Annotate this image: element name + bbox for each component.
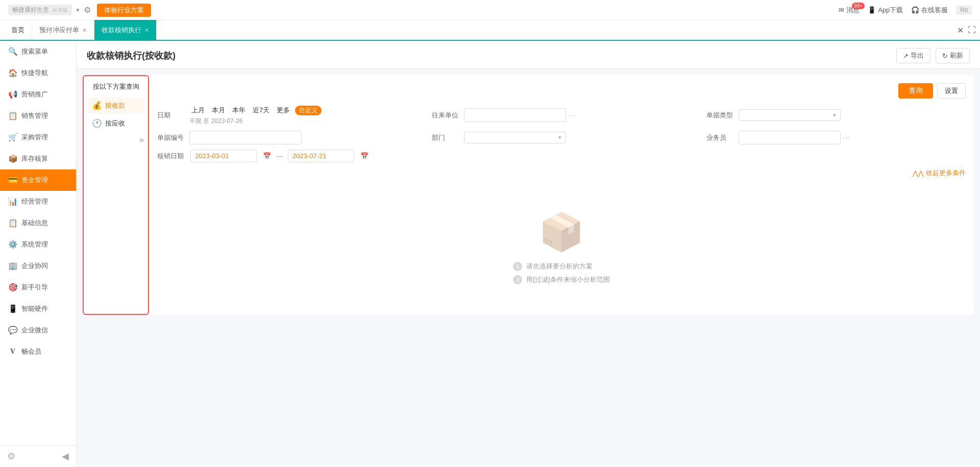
more-conditions-area: ⋀⋀ 收起更多条件 [157, 168, 966, 180]
sidebar-item-smart-hw[interactable]: 📱 智能硬件 [0, 298, 76, 319]
user-avatar[interactable]: Rit [956, 6, 972, 15]
sidebar-item-system[interactable]: ⚙️ 系统管理 [0, 234, 76, 255]
query-by-receipt-item[interactable]: 💰 按收款 [88, 97, 144, 113]
tab-expand-button[interactable]: ⛶ [968, 26, 976, 35]
sidebar-item-label: 营销推广 [21, 90, 48, 99]
dept-select[interactable]: ▾ [464, 132, 566, 143]
tab-close-all-button[interactable]: ✕ [957, 26, 964, 35]
date-last-month-btn[interactable]: 上月 [189, 105, 207, 116]
query-by-receipt-label: 按收款 [105, 101, 125, 110]
dept-label: 部门 [432, 133, 460, 142]
doc-type-select[interactable]: ▾ [739, 109, 841, 121]
partner-label: 往来单位 [432, 111, 460, 120]
tab-prepay[interactable]: 预付冲应付单 ✕ [32, 20, 94, 40]
sidebar-bottom: ⚙ ◀ [0, 445, 76, 467]
sidebar-item-label: 新手引导 [21, 283, 48, 292]
partner-input-wrap: ··· [464, 108, 575, 122]
headset-icon: 🎧 [911, 6, 919, 14]
tab-home[interactable]: 首页 [4, 20, 32, 40]
app-download-button[interactable]: 📱 App下载 [868, 6, 903, 15]
staff-dots-icon[interactable]: ··· [843, 134, 850, 141]
date-this-month-btn[interactable]: 本月 [210, 105, 227, 116]
date-7days-btn[interactable]: 近7天 [251, 105, 272, 116]
query-by-receivable-item[interactable]: 🕐 按应收 [88, 115, 144, 131]
sidebar-item-member[interactable]: V 畅会员 [0, 341, 76, 362]
date-more-btn[interactable]: 更多 [275, 105, 292, 116]
sidebar-item-finance[interactable]: 💳 资金管理 [0, 169, 76, 191]
sidebar-item-operation[interactable]: 📊 经营管理 [0, 191, 76, 212]
sidebar-item-purchase[interactable]: 🛒 采购管理 [0, 127, 76, 148]
doc-type-label: 单据类型 [706, 111, 734, 120]
refresh-button[interactable]: ↻ 刷新 [936, 48, 970, 63]
date-this-year-btn[interactable]: 本年 [230, 105, 248, 116]
finance-icon: 💳 [8, 176, 17, 185]
refresh-label: 刷新 [950, 51, 963, 60]
sidebar-item-label: 基础信息 [21, 218, 48, 228]
message-button[interactable]: ✉ 消息 99+ [839, 6, 860, 15]
export-button[interactable]: ↗ 导出 [896, 48, 930, 63]
basics-icon: 📋 [8, 218, 17, 228]
verify-date-end-input[interactable] [288, 150, 354, 162]
doc-no-label: 单据编号 [157, 133, 185, 142]
verify-date-start-input[interactable] [190, 150, 257, 162]
calendar-end-icon[interactable]: 📅 [360, 152, 369, 160]
sidebar-item-search-menu[interactable]: 🔍 搜索菜单 [0, 41, 76, 62]
logo: 畅捷通好生意 标准版 [8, 5, 72, 15]
empty-state: 📦 1 请先选择要分析的方案 2 用[过滤]条件来缩小分析范围 [157, 180, 966, 315]
dropdown-arrow-icon[interactable]: ▾ [76, 6, 80, 14]
sidebar-item-label: 智能硬件 [21, 304, 48, 313]
sidebar-item-guide[interactable]: 🎯 新手引导 [0, 277, 76, 298]
date-custom-tag[interactable]: 自定义 [295, 106, 322, 115]
sidebar-collapse-button[interactable]: ◀ [62, 451, 69, 462]
more-conditions-button[interactable]: ⋀⋀ 收起更多条件 [913, 168, 966, 178]
left-query-title: 按以下方案查询 [88, 82, 144, 91]
home-icon: 🏠 [8, 68, 17, 78]
sidebar-item-wechat[interactable]: 💬 企业微信 [0, 319, 76, 341]
date-filter-item: 日期 上月 本月 本年 近7天 更多 自定义 不限 至 2023-07-26 [157, 105, 416, 126]
solution-button[interactable]: 体验行业方案 [97, 4, 151, 17]
sidebar-item-label: 采购管理 [21, 133, 48, 142]
purchase-icon: 🛒 [8, 133, 17, 142]
marketing-icon: 📢 [8, 90, 17, 99]
collapse-panel-button[interactable]: » [88, 135, 144, 144]
setting-button[interactable]: 设置 [937, 83, 966, 99]
message-icon: ✉ [839, 6, 844, 14]
gear-icon[interactable]: ⚙ [84, 5, 91, 15]
system-icon: ⚙️ [8, 240, 17, 249]
right-filter-content: 查询 设置 日期 上月 本月 本年 近7天 [149, 75, 974, 315]
date-separator: — [276, 152, 283, 160]
calendar-start-icon[interactable]: 📅 [263, 152, 271, 160]
sales-icon: 📋 [8, 111, 17, 120]
tip-num-2: 2 [513, 275, 522, 284]
staff-input[interactable] [739, 131, 841, 144]
partner-dots-icon[interactable]: ··· [568, 111, 575, 119]
tab-bar: 首页 预付冲应付单 ✕ 收款核销执行 ✕ ✕ ⛶ [0, 20, 980, 41]
sidebar-settings-button[interactable]: ⚙ [7, 451, 15, 462]
sidebar-item-marketing[interactable]: 📢 营销推广 [0, 84, 76, 105]
query-btn-area: 查询 设置 [157, 83, 966, 99]
tab-receipt-close-icon[interactable]: ✕ [144, 27, 149, 34]
doc-type-filter-item: 单据类型 ▾ [706, 105, 966, 126]
sidebar-item-sales[interactable]: 📋 销售管理 [0, 105, 76, 127]
date-shortcuts: 上月 本月 本年 近7天 更多 自定义 [189, 105, 322, 116]
doc-no-input[interactable] [189, 131, 302, 144]
doc-no-filter-item: 单据编号 [157, 131, 416, 144]
sidebar: 🔍 搜索菜单 🏠 快捷导航 📢 营销推广 📋 销售管理 🛒 采购管理 📦 库存核… [0, 41, 77, 467]
sidebar-item-quick-nav[interactable]: 🏠 快捷导航 [0, 62, 76, 84]
export-icon: ↗ [903, 52, 909, 60]
sidebar-item-enterprise[interactable]: 🏢 企业协同 [0, 255, 76, 277]
sidebar-item-label: 快捷导航 [21, 68, 48, 78]
guide-icon: 🎯 [8, 283, 17, 292]
dept-filter-item: 部门 ▾ [432, 131, 691, 144]
top-bar-right: ✉ 消息 99+ 📱 App下载 🎧 在线客服 Rit [839, 6, 972, 15]
sidebar-item-inventory[interactable]: 📦 库存核算 [0, 148, 76, 169]
inventory-icon: 📦 [8, 154, 17, 163]
tab-receipt[interactable]: 收款核销执行 ✕ [94, 20, 157, 40]
query-button[interactable]: 查询 [898, 83, 933, 99]
service-button[interactable]: 🎧 在线客服 [911, 6, 948, 15]
partner-input[interactable] [464, 108, 566, 122]
chevron-down-icon: ▾ [558, 134, 561, 141]
tab-prepay-close-icon[interactable]: ✕ [82, 27, 87, 34]
sidebar-item-basics[interactable]: 📋 基础信息 [0, 212, 76, 234]
tip-num-1: 1 [513, 262, 522, 271]
